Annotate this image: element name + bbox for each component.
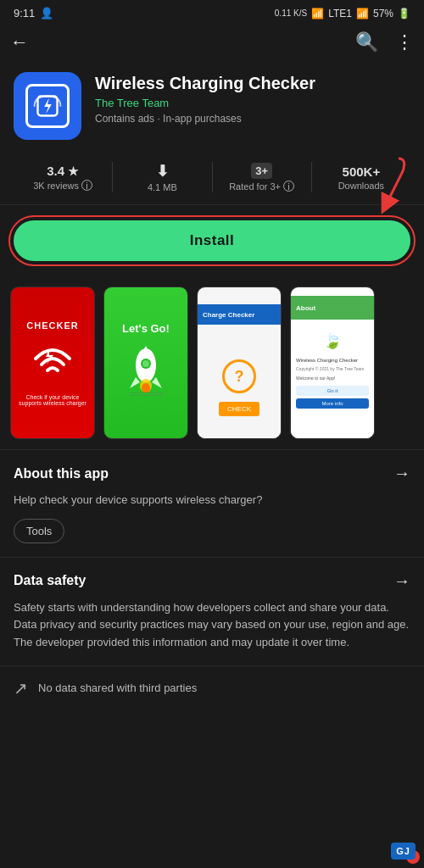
search-button[interactable]: 🔍 (355, 31, 378, 53)
wifi-icon: 📶 (311, 8, 324, 19)
star-icon: ★ (68, 164, 79, 178)
install-button[interactable]: Install (14, 220, 410, 261)
info-icon[interactable]: i (81, 180, 92, 191)
data-safety-description: Safety starts with understanding how dev… (14, 599, 410, 652)
ss1-wifi-icon (27, 337, 78, 387)
data-safety-section: Data safety → Safety starts with underst… (0, 557, 424, 665)
screenshot-1: CHECKER Check if your device supports wi… (10, 287, 95, 439)
ss3-question: ? (222, 359, 256, 393)
status-bar: 9:11 👤 0.11 K/S 📶 LTE1 📶 57% 🔋 (0, 0, 424, 25)
size-stat: ⬇ 4.1 MB (113, 162, 211, 192)
battery-icon: 🔋 (398, 8, 410, 19)
screenshot-2: Let's Go! (103, 287, 188, 439)
about-header: About this app → (14, 464, 410, 483)
age-label: Rated for 3+ i (213, 181, 311, 192)
status-right: 0.11 K/S 📶 LTE1 📶 57% 🔋 (275, 8, 410, 19)
age-value: 3+ (213, 163, 311, 179)
arrow-svg (339, 154, 416, 222)
app-name: Wireless Charging Checker (95, 72, 410, 94)
ss4-body: 🍃 Wireless Charging Checker Copyright © … (291, 320, 374, 438)
lte-indicator: LTE1 (328, 8, 352, 19)
ss3-button: CHECK (219, 402, 259, 416)
svg-point-9 (142, 383, 150, 393)
ss3-body: ? CHECK (198, 325, 281, 438)
more-options-button[interactable]: ⋮ (395, 31, 414, 53)
data-safety-header: Data safety → (14, 571, 410, 591)
network-indicator: 0.11 K/S (275, 8, 307, 18)
tools-tag[interactable]: Tools (14, 519, 64, 543)
age-info-icon[interactable]: i (283, 181, 294, 192)
size-value: ⬇ (113, 162, 211, 181)
screenshot-4: About 🍃 Wireless Charging Checker Copyri… (290, 287, 375, 439)
app-icon-wrapper (14, 72, 81, 140)
watermark: GJ (391, 843, 416, 860)
app-icon (25, 84, 70, 128)
svg-marker-5 (152, 377, 162, 388)
battery-level: 57% (373, 8, 393, 19)
ss1-text: CHECKER (26, 320, 78, 331)
about-description: Help check your device supports wireless… (14, 492, 410, 509)
ss1-tagline: Check if your device supports wireless c… (11, 394, 94, 406)
rating-stat: 3.4 ★ 3K reviews i (14, 164, 112, 191)
ss3-header: Charge Checker (198, 304, 281, 325)
back-button[interactable]: ← (10, 31, 29, 53)
svg-point-7 (142, 360, 149, 367)
about-arrow[interactable]: → (393, 464, 410, 483)
app-icon-svg (28, 86, 67, 126)
ss2-text: Let's Go! (122, 322, 170, 335)
arrow-annotation (339, 154, 416, 225)
share-icon[interactable]: ↗ (14, 678, 28, 698)
age-stat: 3+ Rated for 3+ i (213, 163, 311, 192)
share-bar: ↗ No data shared with third parties (0, 665, 424, 710)
ss4-ok-btn: Go it (296, 386, 369, 396)
screenshots-section[interactable]: CHECKER Check if your device supports wi… (0, 276, 424, 449)
signal-bars: 📶 (356, 8, 369, 19)
rating-value: 3.4 ★ (14, 164, 112, 178)
share-text: No data shared with third parties (38, 682, 197, 694)
app-meta: Contains ads · In-app purchases (95, 113, 410, 125)
ss2-rocket (125, 342, 167, 404)
ss4-learn-btn: More info (296, 398, 369, 409)
app-header: Wireless Charging Checker The Tree Team … (0, 60, 424, 153)
ss4-header: About (291, 296, 374, 320)
screenshot-3: Charge Checker ? CHECK (197, 287, 282, 439)
top-nav: ← 🔍 ⋮ (0, 25, 424, 60)
reviews-label: 3K reviews i (14, 180, 112, 191)
status-left: 9:11 👤 (14, 7, 53, 19)
install-section: Install (0, 205, 424, 276)
app-title-section: Wireless Charging Checker The Tree Team … (95, 72, 410, 125)
app-developer[interactable]: The Tree Team (95, 97, 410, 109)
data-safety-arrow[interactable]: → (393, 571, 410, 591)
status-time: 9:11 (14, 7, 35, 19)
about-section: About this app → Help check your device … (0, 449, 424, 557)
svg-marker-4 (130, 377, 140, 388)
status-icon: 👤 (40, 7, 53, 19)
size-label: 4.1 MB (113, 182, 211, 192)
about-title: About this app (14, 466, 109, 481)
nav-icons: 🔍 ⋮ (355, 31, 414, 53)
data-safety-title: Data safety (14, 573, 86, 588)
